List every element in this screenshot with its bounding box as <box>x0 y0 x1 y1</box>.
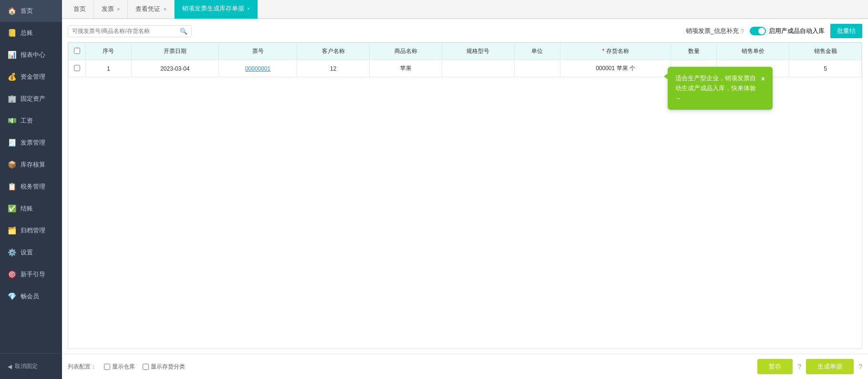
row-date: 2023-03-04 <box>131 60 218 77</box>
tab-cancel-invoice-close[interactable]: × <box>247 6 250 11</box>
table-header-row: 序号 开票日期 票号 客户名称 商品名称 规格型号 单位 存货名称 数量 销售单… <box>69 43 862 60</box>
header-number: 票号 <box>218 43 297 60</box>
auto-warehouse-toggle[interactable] <box>750 27 766 35</box>
report-icon: 📊 <box>8 51 17 59</box>
toolbar-row: 🔍 销项发票_信息补充 ? 启用产成品自动入库 批量结 <box>68 24 862 38</box>
header-quantity: 数量 <box>671 43 717 60</box>
fund-icon: 💰 <box>8 73 17 81</box>
search-input[interactable] <box>72 28 177 34</box>
search-icon[interactable]: 🔍 <box>180 28 187 35</box>
header-unit-price: 销售单价 <box>717 43 789 60</box>
save-button[interactable]: 暂存 <box>757 359 793 374</box>
sidebar-item-vip[interactable]: 💎 畅会员 <box>0 285 62 307</box>
sidebar-item-label: 资金管理 <box>21 73 45 81</box>
main-content: 首页 发票 × 查看凭证 × 销项发票生成库存单据 × 🔍 销项发票_信息补充 <box>62 0 868 379</box>
save-help-icon[interactable]: ? <box>797 363 801 370</box>
info-help-icon[interactable]: ? <box>741 28 744 35</box>
sidebar-item-payroll[interactable]: 💵 工资 <box>0 110 62 132</box>
batch-button[interactable]: 批量结 <box>830 24 862 38</box>
row-spec <box>442 60 514 77</box>
sidebar-item-label: 固定资产 <box>21 95 45 103</box>
tab-view-voucher-close[interactable]: × <box>163 6 166 12</box>
show-warehouse-item: 显示仓库 <box>104 363 135 371</box>
header-customer: 客户名称 <box>297 43 370 60</box>
sidebar-item-inventory[interactable]: 📦 库存核算 <box>0 154 62 176</box>
toggle-label: 启用产成品自动入库 <box>769 27 825 35</box>
show-category-checkbox[interactable] <box>143 364 149 370</box>
sidebar-bottom: ◀ 取消固定 <box>0 353 62 379</box>
show-category-item: 显示存货分类 <box>143 363 185 371</box>
home-icon: 🏠 <box>8 7 17 15</box>
tab-invoice-close[interactable]: × <box>117 6 120 12</box>
show-category-label: 显示存货分类 <box>151 363 185 371</box>
row-customer: 12 <box>297 60 370 77</box>
show-warehouse-checkbox[interactable] <box>104 364 110 370</box>
payroll-icon: 💵 <box>8 116 17 125</box>
header-product-name: 商品名称 <box>370 43 442 60</box>
bottom-actions: 暂存 ? 生成单据 ? <box>757 359 862 374</box>
sidebar-item-report-center[interactable]: 📊 报表中心 <box>0 44 62 66</box>
content-area: 🔍 销项发票_信息补充 ? 启用产成品自动入库 批量结 <box>62 19 868 354</box>
tab-view-voucher-label: 查看凭证 <box>135 5 160 13</box>
tab-cancel-invoice-label: 销项发票生成库存单据 <box>182 4 244 13</box>
tax-icon: 📋 <box>8 182 17 191</box>
row-product-name: 苹果 <box>370 60 442 77</box>
tab-bar: 首页 发票 × 查看凭证 × 销项发票生成库存单据 × <box>62 0 868 19</box>
row-seq: 1 <box>86 60 132 77</box>
tab-view-voucher[interactable]: 查看凭证 × <box>128 0 174 19</box>
info-label: 销项发票_信息补充 ? <box>686 27 744 35</box>
tooltip-close-button[interactable]: × <box>761 74 765 84</box>
tooltip-popup: × 适合生产型企业，销项发票自动生成产成品入库，快来体验～ <box>668 67 773 110</box>
sidebar-item-label: 库存核算 <box>21 160 45 169</box>
sidebar-item-invoice-management[interactable]: 🧾 发票管理 <box>0 132 62 154</box>
sidebar: 🏠 首页 📒 总账 📊 报表中心 💰 资金管理 🏢 固定资产 💵 工资 🧾 发票… <box>0 0 62 379</box>
header-date: 开票日期 <box>131 43 218 60</box>
assets-icon: 🏢 <box>8 95 17 103</box>
vip-icon: 💎 <box>8 292 17 301</box>
sidebar-item-label: 设置 <box>21 248 33 257</box>
guide-icon: 🎯 <box>8 270 17 279</box>
tab-home-label: 首页 <box>73 5 86 13</box>
tab-invoice[interactable]: 发票 × <box>94 0 128 19</box>
tooltip-text: 适合生产型企业，销项发票自动生成产成品入库，快来体验～ <box>675 74 756 102</box>
tab-invoice-label: 发票 <box>102 5 114 13</box>
sidebar-item-general-ledger[interactable]: 📒 总账 <box>0 22 62 44</box>
sidebar-item-settings[interactable]: ⚙️ 设置 <box>0 242 62 263</box>
settings-icon: ⚙️ <box>8 248 17 257</box>
row-number-link[interactable]: 00000001 <box>245 65 270 72</box>
sidebar-item-fund-management[interactable]: 💰 资金管理 <box>0 66 62 88</box>
inventory-icon: 📦 <box>8 160 17 169</box>
tab-home[interactable]: 首页 <box>66 0 94 19</box>
unfix-icon: ◀ <box>8 363 12 370</box>
sidebar-item-newbie-guide[interactable]: 🎯 新手引导 <box>0 263 62 285</box>
unfix-label: 取消固定 <box>15 362 38 370</box>
sidebar-item-label: 归档管理 <box>21 226 45 235</box>
generate-button[interactable]: 生成单据 <box>806 359 854 374</box>
toolbar-right: 销项发票_信息补充 ? 启用产成品自动入库 批量结 <box>686 24 862 38</box>
header-spec: 规格型号 <box>442 43 514 60</box>
sidebar-item-label: 税务管理 <box>21 182 45 191</box>
header-inventory-name: 存货名称 <box>560 43 671 60</box>
header-checkbox-col <box>69 43 86 60</box>
sidebar-item-settlement[interactable]: ✅ 结账 <box>0 198 62 220</box>
generate-help-icon[interactable]: ? <box>858 363 862 370</box>
sidebar-item-tax-management[interactable]: 📋 税务管理 <box>0 176 62 198</box>
unfix-sidebar-button[interactable]: ◀ 取消固定 <box>0 358 62 375</box>
settlement-icon: ✅ <box>8 204 17 213</box>
row-checkbox-cell <box>69 60 86 77</box>
select-all-checkbox[interactable] <box>74 48 80 54</box>
archive-icon: 🗂️ <box>8 226 17 235</box>
sidebar-item-archive-management[interactable]: 🗂️ 归档管理 <box>0 220 62 242</box>
header-seq: 序号 <box>86 43 132 60</box>
sidebar-item-label: 新手引导 <box>21 270 45 279</box>
search-box[interactable]: 🔍 <box>68 25 192 37</box>
row-unit <box>514 60 560 77</box>
row-checkbox-0[interactable] <box>74 65 80 71</box>
sidebar-item-fixed-assets[interactable]: 🏢 固定资产 <box>0 88 62 110</box>
sidebar-item-label: 报表中心 <box>21 51 45 59</box>
show-warehouse-label: 显示仓库 <box>112 363 135 371</box>
bottom-bar: 列表配置： 显示仓库 显示存货分类 暂存 ? 生成单据 ? <box>62 354 868 379</box>
tab-cancel-invoice[interactable]: 销项发票生成库存单据 × <box>175 0 258 19</box>
sidebar-item-home[interactable]: 🏠 首页 <box>0 0 62 22</box>
sidebar-item-label: 畅会员 <box>21 292 39 301</box>
